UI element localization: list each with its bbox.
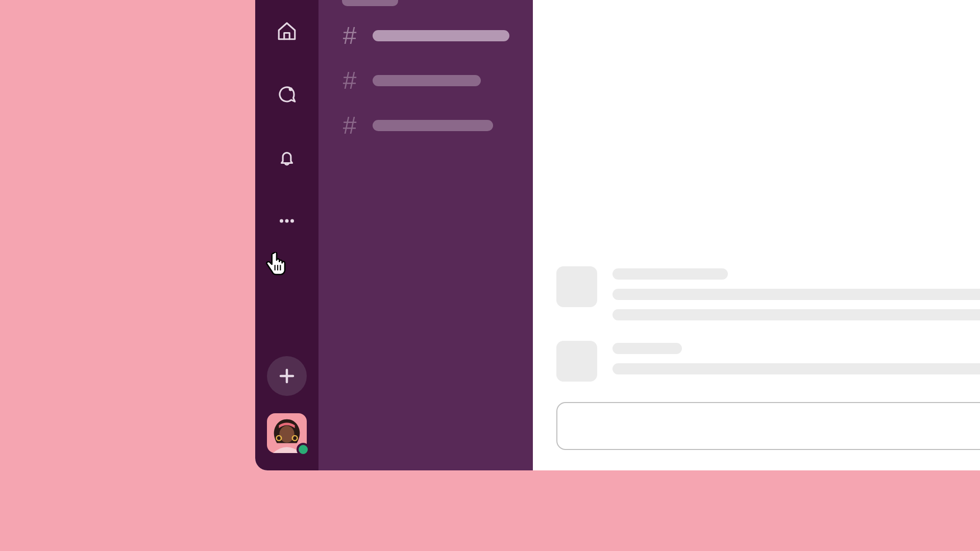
- sidebar-section-label: [342, 0, 398, 6]
- hash-icon: #: [342, 68, 357, 93]
- message-avatar: [556, 341, 597, 382]
- message-composer[interactable]: [556, 402, 980, 450]
- channel-name-placeholder: [373, 75, 481, 86]
- channel-item[interactable]: #: [342, 68, 509, 93]
- compose-button[interactable]: [267, 356, 307, 396]
- message-avatar: [556, 266, 597, 307]
- message-line-placeholder: [612, 289, 980, 300]
- svg-point-3: [290, 219, 294, 223]
- channel-item[interactable]: #: [342, 23, 509, 48]
- message-line-placeholder: [612, 309, 980, 320]
- message-item: [556, 341, 980, 382]
- hash-icon: #: [342, 113, 357, 138]
- channel-item[interactable]: #: [342, 113, 509, 138]
- bell-icon[interactable]: [276, 147, 298, 168]
- app-window: # # #: [255, 0, 980, 470]
- channel-name-placeholder: [373, 30, 509, 41]
- channel-sidebar: # # #: [318, 0, 533, 470]
- svg-point-5: [279, 425, 294, 442]
- presence-indicator: [297, 443, 310, 456]
- message-author-placeholder: [612, 343, 682, 354]
- main-pane: [533, 0, 980, 470]
- svg-point-2: [285, 219, 289, 223]
- svg-point-1: [280, 219, 283, 223]
- message-author-placeholder: [612, 268, 728, 280]
- chat-icon[interactable]: [276, 84, 298, 105]
- message-line-placeholder: [612, 363, 980, 374]
- message-item: [556, 266, 980, 320]
- channel-name-placeholder: [373, 120, 493, 131]
- svg-point-0: [289, 87, 292, 91]
- hash-icon: #: [342, 23, 357, 48]
- ellipsis-icon[interactable]: [276, 210, 298, 232]
- home-icon[interactable]: [276, 20, 298, 42]
- nav-rail: [255, 0, 318, 470]
